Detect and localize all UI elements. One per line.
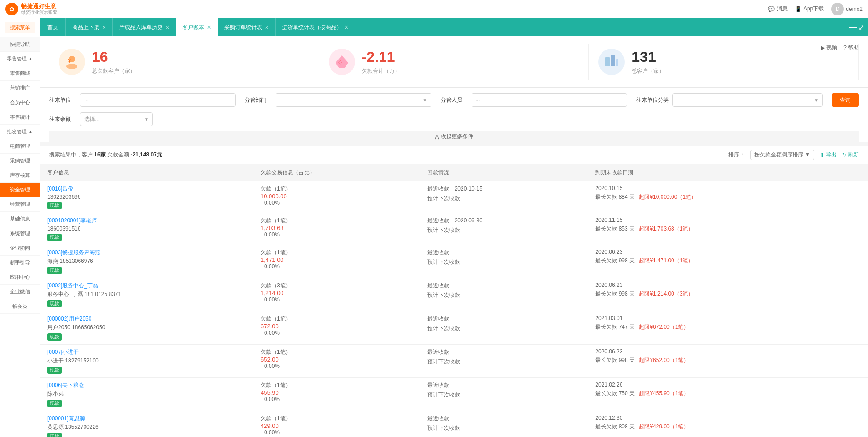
filter-row-2: 往来余额 选择... ▼	[49, 112, 859, 131]
customer-id-link-2[interactable]: [0003]畅捷服务尹海燕	[47, 249, 246, 256]
table-row: [0002]服务中心_丁磊 服务中心_丁磊 181 0125 8371 现款 欠…	[40, 278, 868, 311]
svg-text:◇: ◇	[338, 59, 342, 65]
message-btn[interactable]: 💬 消息	[768, 5, 788, 13]
customer-id-link-1[interactable]: [0001020001]李老师	[47, 217, 246, 225]
tab-customer-account[interactable]: 客户账本 ×	[176, 18, 217, 36]
debt-amount-6[interactable]: 455.90	[261, 389, 413, 396]
collapse-bar[interactable]: ⋀ 收起更多条件	[49, 131, 859, 142]
cell-recovery-1: 最近收款 2020-06-30 预计下次收款	[420, 213, 588, 245]
unit-category-select[interactable]: ▼	[672, 93, 823, 107]
sidebar-item-retail-mgmt[interactable]: 零售管理 ▲	[0, 52, 40, 66]
top-bar: ✿ 畅捷通好生意 母婴行业演示账套 💬 消息 📱 App下载 D demo2	[0, 0, 868, 18]
debt-amount-3[interactable]: 1,214.00	[261, 290, 413, 296]
tab-product-history[interactable]: 产成品入库单历史 ×	[113, 18, 176, 36]
tab-purchase-order-stats[interactable]: 采购订单统计表 ×	[218, 18, 276, 36]
customer-tag-5: 现款	[47, 367, 62, 374]
sidebar-item-quick-nav[interactable]: 快捷导航	[0, 37, 40, 52]
sidebar-item-enterprise-wechat[interactable]: 企业微信	[0, 285, 40, 299]
due-date-value-5: 2020.06.23	[595, 348, 861, 355]
overdue-amount-1[interactable]: 超限¥1,703.68（1笔）	[639, 226, 693, 232]
sidebar-item-new-guide[interactable]: 新手引导	[0, 256, 40, 270]
stat-info-amount: -2.11 欠款合计（万）	[362, 49, 400, 75]
overdue-amount-2[interactable]: 超限¥1,471.00（1笔）	[639, 257, 693, 264]
sidebar-item-marketing[interactable]: 营销推广	[0, 81, 40, 95]
sidebar-item-operations[interactable]: 经营管理	[0, 197, 40, 212]
help-btn[interactable]: ? 帮助	[843, 44, 859, 51]
sidebar-item-enterprise-collab[interactable]: 企业协同	[0, 241, 40, 256]
sidebar-item-ecommerce[interactable]: 电商管理	[0, 139, 40, 154]
tab-close-purchase-stats-product[interactable]: ×	[345, 24, 348, 30]
tab-expand-icon[interactable]: ⤢	[858, 23, 864, 32]
overdue-amount-4[interactable]: 超限¥672.00（1笔）	[639, 324, 689, 330]
debt-amount-2[interactable]: 1,471.00	[261, 256, 413, 263]
sidebar-item-vip-member[interactable]: 畅会员	[0, 299, 40, 314]
customer-id-link-3[interactable]: [0002]服务中心_丁磊	[47, 282, 246, 290]
sort-select[interactable]: 按欠款金额倒序排序 ▼	[750, 150, 814, 160]
results-actions: 排序： 按欠款金额倒序排序 ▼ ⬆ 导出 ↻ 刷新	[728, 150, 859, 160]
tab-products-off[interactable]: 商品上下架 ×	[66, 18, 113, 36]
recovery-label-6: 最近收款	[427, 382, 581, 389]
customer-id-link-5[interactable]: [0007]小进干	[47, 348, 246, 356]
customer-phone-6: 陈小弟	[47, 390, 246, 398]
overdue-amount-3[interactable]: 超限¥1,214.00（3笔）	[639, 291, 693, 297]
total-customers-value: 131	[632, 49, 664, 65]
sidebar-item-inventory[interactable]: 库存核算	[0, 168, 40, 183]
sidebar-item-retail-mall[interactable]: 零售商城	[0, 66, 40, 81]
sidebar-item-members[interactable]: 会员中心	[0, 95, 40, 110]
sidebar-item-finance[interactable]: 资金管理	[0, 183, 40, 197]
debt-amount-7[interactable]: 429.00	[261, 422, 413, 429]
balance-arrow: ▼	[144, 117, 149, 122]
overdue-amount-0[interactable]: 超限¥10,000.00（1笔）	[639, 194, 697, 200]
tab-close-products-off[interactable]: ×	[102, 24, 106, 30]
overdue-amount-6[interactable]: 超限¥455.90（1笔）	[639, 390, 689, 397]
tab-close-customer-account[interactable]: ×	[207, 24, 211, 30]
owed-customers-count: 16	[92, 49, 135, 65]
customer-id-link-6[interactable]: [0006]去下粮仓	[47, 382, 246, 389]
overdue-amount-7[interactable]: 超限¥429.00（1笔）	[639, 423, 689, 430]
owed-amount-label: 欠款合计（万）	[362, 67, 400, 75]
view-btn[interactable]: ▶ 视频	[821, 44, 837, 51]
export-btn[interactable]: ⬆ 导出	[820, 151, 837, 159]
sidebar-item-batch-mgmt[interactable]: 批发管理 ▲	[0, 125, 40, 139]
customer-id-link-7[interactable]: [000001]黄思源	[47, 415, 246, 422]
cell-due-date-6: 2021.02.26 最长欠款 750 天 超限¥455.90（1笔）	[588, 378, 868, 411]
sidebar-item-basic-info[interactable]: 基础信息	[0, 212, 40, 226]
customer-id-link-4[interactable]: [000002]用户2050	[47, 315, 246, 323]
sidebar-item-app-center[interactable]: 应用中心	[0, 270, 40, 285]
dept-select[interactable]: ▼	[276, 93, 431, 107]
filter-balance: 往来余额 选择... ▼	[49, 112, 859, 126]
tab-home[interactable]: 首页	[40, 18, 66, 36]
stat-info-total: 131 总客户（家）	[632, 49, 664, 75]
tab-minimize-icon[interactable]: —	[849, 23, 857, 31]
search-menu-btn[interactable]: 搜索菜单	[5, 22, 35, 33]
cell-recovery-5: 最近收款 预计下次收款	[420, 345, 588, 378]
unit-category-arrow: ▼	[814, 98, 818, 103]
debt-amount-0[interactable]: 10,000.00	[261, 193, 413, 200]
next-payment-0: 预计下次收款	[427, 195, 581, 202]
balance-select[interactable]: 选择... ▼	[80, 112, 153, 126]
refresh-btn[interactable]: ↻ 刷新	[842, 151, 859, 159]
tab-close-product-history[interactable]: ×	[166, 24, 169, 30]
overdue-amount-5[interactable]: 超限¥652.00（1笔）	[639, 357, 689, 363]
customer-phone-2: 海燕 18513066976	[47, 257, 246, 265]
from-unit-input[interactable]: ···	[80, 93, 236, 107]
cell-debt-info-7: 欠款（1笔） 429.00 0.00%	[253, 411, 420, 437]
cell-debt-info-6: 欠款（1笔） 455.90 0.00%	[253, 378, 420, 411]
tab-purchase-stats-product[interactable]: 进货单统计表（按商品） ×	[276, 18, 355, 36]
sidebar-item-retail-stats[interactable]: 零售统计	[0, 110, 40, 125]
table-header: 客户信息 欠款交易信息（占比） 回款情况 到期未收款日期	[40, 164, 868, 181]
tab-close-purchase-order-stats[interactable]: ×	[265, 24, 269, 30]
filter-manager: 分管人员 ···	[441, 93, 627, 107]
customer-id-link-0[interactable]: [0016]吕俊	[47, 185, 246, 193]
stats-row: ¥ 16 总欠款客户（家） ◇	[40, 36, 868, 88]
sidebar-item-system[interactable]: 系统管理	[0, 226, 40, 241]
cell-customer-info-5: [0007]小进干 小进干 18279152100 现款	[40, 345, 253, 378]
app-download-btn[interactable]: 📱 App下载	[795, 5, 824, 13]
debt-amount-4[interactable]: 672.00	[261, 323, 413, 330]
sidebar-item-purchase[interactable]: 采购管理	[0, 154, 40, 168]
debt-amount-1[interactable]: 1,703.68	[261, 225, 413, 231]
debt-amount-5[interactable]: 652.00	[261, 356, 413, 363]
search-button[interactable]: 查询	[832, 93, 859, 107]
user-avatar-area[interactable]: D demo2	[831, 3, 863, 15]
manager-input[interactable]: ···	[472, 93, 627, 107]
